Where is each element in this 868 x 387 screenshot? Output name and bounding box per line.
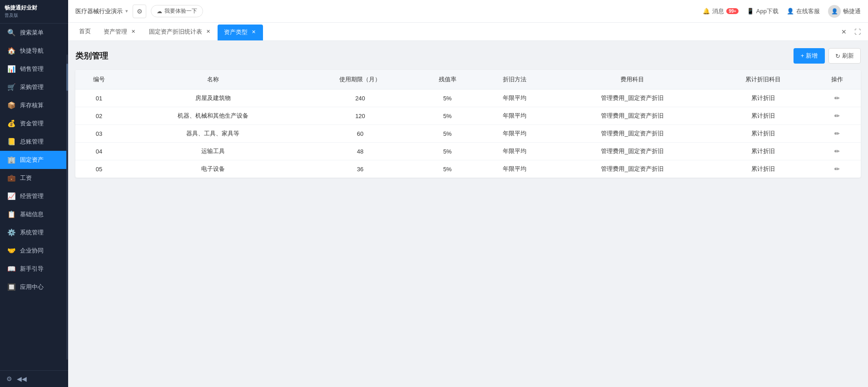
cell-residualrate: 5%: [417, 89, 477, 107]
new-button[interactable]: + 新增: [794, 48, 825, 64]
tabbar: 首页资产管理✕固定资产折旧统计表✕资产类型✕ ✕ ⛶: [68, 23, 868, 41]
app-download-button[interactable]: 📱 App下载: [747, 7, 779, 15]
tab-home[interactable]: 首页: [73, 23, 97, 40]
sidebar-footer: ⚙ ◀◀: [0, 370, 68, 387]
sidebar-item-sales[interactable]: 📊 销售管理: [0, 60, 68, 78]
col-header-lifespan: 使用期限（月）: [303, 70, 417, 89]
try-experience-button[interactable]: ☁ 我要体验一下: [151, 5, 203, 17]
try-label: 我要体验一下: [164, 7, 197, 15]
edit-icon[interactable]: ✏: [834, 112, 840, 119]
table-body: 01 房屋及建筑物 240 5% 年限平均 管理费用_固定资产折旧 累计折旧 ✏…: [75, 89, 861, 178]
sidebar-item-salary[interactable]: 💼 工资: [0, 169, 68, 187]
funds-icon: 💰: [7, 119, 15, 128]
online-service-button[interactable]: 👤 在线客服: [787, 7, 820, 15]
cell-name: 器具、工具、家具等: [123, 125, 303, 143]
sidebar-item-appcenter[interactable]: 🔲 应用中心: [0, 278, 68, 296]
sidebar-header: 畅捷通好业财 普及版: [0, 0, 68, 24]
cell-residualrate: 5%: [417, 125, 477, 143]
table-row: 03 器具、工具、家具等 60 5% 年限平均 管理费用_固定资产折旧 累计折旧…: [75, 125, 861, 143]
cell-feesub: 管理费用_固定资产折旧: [551, 89, 713, 107]
edit-icon[interactable]: ✏: [834, 148, 840, 155]
sidebar-item-operations[interactable]: 📈 经营管理: [0, 187, 68, 205]
tab-depreport[interactable]: 固定资产折旧统计表✕: [143, 23, 218, 40]
edit-icon[interactable]: ✏: [834, 130, 840, 137]
cell-code: 03: [75, 125, 123, 143]
col-header-name: 名称: [123, 70, 303, 89]
refresh-button[interactable]: ↻ 刷新: [828, 48, 861, 64]
system-icon: ⚙️: [7, 228, 15, 237]
sidebar-item-basicinfo[interactable]: 📋 基础信息: [0, 205, 68, 223]
tab-close-icon[interactable]: ✕: [205, 29, 211, 35]
app-name: 畅捷通好业财: [5, 5, 37, 12]
app-edition: 普及版: [5, 12, 37, 19]
table-row: 05 电子设备 36 5% 年限平均 管理费用_固定资产折旧 累计折旧 ✏: [75, 160, 861, 178]
sidebar-item-cooperation[interactable]: 🤝 企业协同: [0, 242, 68, 260]
tab-close-icon[interactable]: ✕: [130, 29, 136, 35]
tab-assettype[interactable]: 资产类型✕: [218, 25, 263, 40]
sidebar-item-system[interactable]: ⚙️ 系统管理: [0, 223, 68, 242]
cell-operation: ✏: [813, 89, 861, 107]
sidebar: 畅捷通好业财 普及版 🔍 搜索菜单 🏠 快捷导航 📊 销售管理 🛒 采购管理 📦…: [0, 0, 68, 387]
col-header-operation: 操作: [813, 70, 861, 89]
sidebar-item-label: 库存核算: [20, 101, 44, 109]
user-menu[interactable]: 👤 畅捷通: [828, 5, 861, 18]
sidebar-item-label: 基础信息: [20, 210, 44, 218]
sidebar-item-funds[interactable]: 💰 资金管理: [0, 114, 68, 133]
cell-code: 01: [75, 89, 123, 107]
maximize-tab-button[interactable]: ⛶: [852, 26, 863, 38]
table-row: 02 机器、机械和其他生产设备 120 5% 年限平均 管理费用_固定资产折旧 …: [75, 107, 861, 125]
col-header-feesub: 费用科目: [551, 70, 713, 89]
cell-lifespan: 48: [303, 143, 417, 160]
cloud-icon: ☁: [157, 8, 162, 15]
company-selector[interactable]: 医疗器械行业演示 ▾: [75, 7, 128, 15]
sidebar-item-fixedassets[interactable]: 🏢 固定资产: [0, 151, 68, 169]
cell-code: 04: [75, 143, 123, 160]
close-tab-button[interactable]: ✕: [838, 26, 850, 38]
collapse-icon[interactable]: ◀◀: [17, 375, 27, 382]
sidebar-item-label: 经营管理: [20, 192, 44, 200]
cell-operation: ✏: [813, 160, 861, 178]
page-actions: + 新增 ↻ 刷新: [794, 48, 861, 64]
edit-icon[interactable]: ✏: [834, 94, 840, 102]
topbar-settings-button[interactable]: ⚙: [133, 5, 146, 18]
sidebar-item-quicknav[interactable]: 🏠 快捷导航: [0, 42, 68, 60]
asset-type-table: 编号名称使用期限（月）残值率折旧方法费用科目累计折旧科目操作 01 房屋及建筑物…: [75, 70, 861, 178]
gear-icon: ⚙: [137, 8, 143, 15]
tab-close-icon[interactable]: ✕: [250, 29, 257, 35]
settings-icon[interactable]: ⚙: [6, 375, 12, 382]
cell-accumsub: 累计折旧: [713, 107, 813, 125]
sidebar-item-label: 总账管理: [20, 138, 44, 146]
col-header-depmethod: 折旧方法: [478, 70, 552, 89]
salary-icon: 💼: [7, 174, 15, 182]
sidebar-item-search[interactable]: 🔍 搜索菜单: [0, 24, 68, 42]
sidebar-item-label: 搜索菜单: [20, 29, 44, 37]
notification-button[interactable]: 🔔 消息 99+: [703, 7, 738, 15]
sidebar-item-label: 工资: [20, 174, 32, 182]
edit-icon[interactable]: ✏: [834, 165, 840, 173]
sidebar-item-ledger[interactable]: 📒 总账管理: [0, 133, 68, 151]
notification-badge: 99+: [726, 8, 738, 14]
sidebar-item-label: 快捷导航: [20, 47, 44, 55]
sidebar-item-purchase[interactable]: 🛒 采购管理: [0, 78, 68, 96]
cell-name: 电子设备: [123, 160, 303, 178]
cell-depmethod: 年限平均: [478, 125, 552, 143]
sidebar-item-guide[interactable]: 📖 新手引导: [0, 260, 68, 278]
quicknav-icon: 🏠: [7, 47, 15, 55]
sidebar-item-label: 企业协同: [20, 247, 44, 255]
operations-icon: 📈: [7, 192, 15, 200]
tab-label: 资产类型: [224, 28, 248, 36]
table-header: 编号名称使用期限（月）残值率折旧方法费用科目累计折旧科目操作: [75, 70, 861, 89]
main-area: 医疗器械行业演示 ▾ ⚙ ☁ 我要体验一下 🔔 消息 99+ 📱 App下载: [68, 0, 868, 387]
tab-label: 资产管理: [104, 28, 127, 36]
sidebar-item-inventory[interactable]: 📦 库存核算: [0, 96, 68, 114]
chevron-down-icon: ▾: [125, 8, 128, 14]
cell-depmethod: 年限平均: [478, 89, 552, 107]
cell-accumsub: 累计折旧: [713, 89, 813, 107]
cell-accumsub: 累计折旧: [713, 125, 813, 143]
search-icon: 🔍: [7, 29, 15, 37]
cell-residualrate: 5%: [417, 160, 477, 178]
cell-name: 房屋及建筑物: [123, 89, 303, 107]
cell-feesub: 管理费用_固定资产折旧: [551, 107, 713, 125]
tab-assetmgmt[interactable]: 资产管理✕: [97, 23, 143, 40]
ledger-icon: 📒: [7, 138, 15, 146]
